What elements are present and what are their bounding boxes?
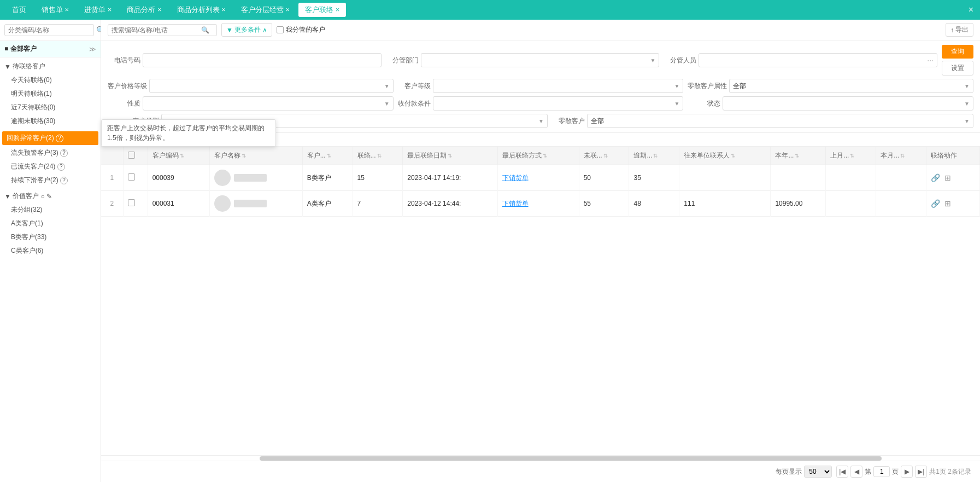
first-page-button[interactable]: |◀ — [836, 466, 848, 478]
page-number-input[interactable] — [873, 466, 890, 477]
value-edit-icon2[interactable]: ✎ — [46, 193, 52, 200]
gender-input[interactable]: ▼ — [143, 96, 394, 111]
prev-page-button[interactable]: ◀ — [850, 466, 862, 478]
row1-link-icon[interactable]: 🔗 — [931, 173, 940, 182]
per-page-select[interactable]: 50 100 200 — [804, 466, 832, 478]
sidebar-repurchase-item[interactable]: 回购异常客户(2) ? — [2, 131, 98, 145]
filter-search-input[interactable] — [112, 26, 199, 34]
td-contact-2: 7 — [353, 191, 403, 217]
export-button[interactable]: ↑ 导出 — [946, 23, 973, 37]
sidebar-collapse-icon[interactable]: ≫ — [89, 45, 96, 53]
row2-method-link[interactable]: 下销货单 — [502, 200, 529, 207]
dept-label: 分管部门 — [386, 56, 419, 65]
sidebar-pending-group: ▼ 待联络客户 今天待联络(0) 明天待联络(1) 近7天待联络(0) 逾期未联… — [0, 57, 101, 130]
row1-checkbox[interactable] — [128, 173, 135, 181]
th-name[interactable]: 客户名称⇅ — [209, 147, 302, 165]
td-checkbox-2[interactable] — [123, 191, 148, 217]
th-overdue[interactable]: 逾期...⇅ — [629, 147, 679, 165]
retail-attr-dropdown: ▼ — [964, 83, 970, 89]
row1-grid-icon[interactable]: ⊞ — [944, 173, 951, 182]
row2-link-icon[interactable]: 🔗 — [931, 199, 940, 208]
nav-customer-segment[interactable]: 客户分层经营 × — [234, 3, 296, 17]
pending-arrow: ▼ — [4, 63, 11, 71]
sidebar-item-overdue[interactable]: 逾期未联络(30) — [0, 114, 101, 128]
filter-actions: 查询 设置 — [942, 45, 973, 76]
td-last-method-2[interactable]: 下销货单 — [497, 191, 579, 217]
per-page-label: 每页显示 — [776, 467, 802, 477]
nav-purchase[interactable]: 进货单 × — [78, 3, 118, 17]
nav-home[interactable]: 首页 — [5, 3, 33, 17]
next-page-button[interactable]: ▶ — [901, 466, 913, 478]
th-contact[interactable]: 联络...⇅ — [353, 147, 403, 165]
td-checkbox-1[interactable] — [123, 165, 148, 191]
filter-price-level: 客户价格等级 ▼ — [108, 79, 394, 93]
status-input[interactable]: ▼ — [723, 96, 973, 111]
sidebar-item-tomorrow[interactable]: 明天待联络(1) — [0, 87, 101, 101]
td-code-1: 000039 — [148, 165, 209, 191]
retail-customer-input[interactable]: 全部▼ — [587, 114, 973, 128]
td-last-method-1[interactable]: 下销货单 — [497, 165, 579, 191]
th-this-year[interactable]: 本年...⇅ — [771, 147, 826, 165]
td-year-1 — [771, 165, 826, 191]
row1-method-link[interactable]: 下销货单 — [502, 174, 529, 182]
row2-checkbox[interactable] — [128, 199, 135, 206]
sidebar-search-input[interactable] — [4, 24, 94, 36]
price-level-input[interactable]: ▼ — [149, 79, 394, 93]
customer-level-input[interactable]: ▼ — [433, 79, 684, 93]
filter-customer-level: 客户等级 ▼ — [398, 79, 684, 93]
th-checkbox[interactable] — [123, 147, 148, 165]
repurchase-help-icon[interactable]: ? — [56, 135, 63, 142]
sidebar-item-today[interactable]: 今天待联络(0) — [0, 73, 101, 87]
sidebar-value-a[interactable]: A类客户(1) — [0, 217, 101, 230]
th-last-contact-method[interactable]: 最后联络方式⇅ — [497, 147, 579, 165]
sidebar-value-c[interactable]: C类客户(6) — [0, 244, 101, 258]
nav-analysis-list[interactable]: 商品分析列表 × — [171, 3, 232, 17]
sidebar-all-customers[interactable]: ■ 全部客户 ≫ — [0, 41, 101, 57]
window-close-button[interactable]: × — [969, 5, 973, 15]
filter-search-icon[interactable]: 🔍 — [201, 26, 209, 34]
last-page-button[interactable]: ▶| — [915, 466, 927, 478]
header-checkbox[interactable] — [128, 152, 135, 159]
sidebar-search-area: 🔍 — [0, 20, 101, 41]
value-edit-icon[interactable]: ○ — [41, 193, 45, 200]
th-this-month[interactable]: 本月...⇅ — [876, 147, 926, 165]
sidebar-value-ungroup[interactable]: 未分组(32) — [0, 203, 101, 217]
sidebar-lost-warning[interactable]: 流失预警客户(3) ? — [0, 146, 101, 160]
th-unpaid-label: 未联... — [584, 151, 602, 160]
sidebar-search-icon[interactable]: 🔍 — [96, 26, 101, 34]
th-last-contact-date[interactable]: 最后联络日期⇅ — [403, 147, 497, 165]
horizontal-scrollbar[interactable] — [101, 455, 980, 461]
my-customers-checkbox[interactable] — [277, 26, 284, 33]
main-layout: 🔍 ■ 全部客户 ≫ ▼ 待联络客户 今天待联络(0) 明天待联络(1) 近7天… — [0, 20, 980, 482]
page-navigation: |◀ ◀ 第 页 ▶ ▶| 共1页 2条记录 — [836, 466, 971, 478]
th-unit-contact[interactable]: 往来单位联系人⇅ — [679, 147, 771, 165]
filter-more-button[interactable]: ▼ 更多条件 ∧ — [221, 23, 272, 37]
dept-input[interactable]: ▼ — [421, 53, 660, 67]
th-type[interactable]: 客户...⇅ — [302, 147, 353, 165]
td-unit-1 — [679, 165, 771, 191]
top-navigation: 首页 销售单 × 进货单 × 商品分析 × 商品分析列表 × 客户分层经营 × … — [0, 0, 980, 20]
row2-grid-icon[interactable]: ⊞ — [944, 199, 951, 208]
sidebar-value-b[interactable]: B类客户(33) — [0, 230, 101, 244]
payment-input[interactable]: ▼ — [433, 96, 684, 111]
my-customers-filter[interactable]: 我分管的客户 — [277, 25, 325, 34]
sidebar-value-header[interactable]: ▼ 价值客户 ○ ✎ — [0, 189, 101, 203]
sidebar-already-lost[interactable]: 已流失客户(24) ? — [0, 160, 101, 173]
sidebar-declining[interactable]: 持续下滑客户(2) ? — [0, 173, 101, 187]
td-contact-1: 15 — [353, 165, 403, 191]
setting-button[interactable]: 设置 — [942, 61, 973, 76]
person-input[interactable]: ··· — [699, 53, 937, 67]
th-unpaid[interactable]: 未联...⇅ — [579, 147, 629, 165]
phone-input[interactable] — [143, 53, 382, 67]
sidebar-pending-header[interactable]: ▼ 待联络客户 — [0, 60, 101, 73]
sidebar-item-7days[interactable]: 近7天待联络(0) — [0, 101, 101, 114]
th-code[interactable]: 客户编码⇅ — [148, 147, 209, 165]
nav-sales[interactable]: 销售单 × — [35, 3, 75, 17]
retail-attr-input[interactable]: 全部▼ — [729, 79, 973, 93]
scrollbar-thumb[interactable] — [260, 456, 882, 461]
nav-analysis[interactable]: 商品分析 × — [120, 3, 168, 17]
th-last-month[interactable]: 上月...⇅ — [826, 147, 876, 165]
nav-customer-contact[interactable]: 客户联络 × — [298, 3, 346, 17]
td-code-2: 000031 — [148, 191, 209, 217]
query-button[interactable]: 查询 — [942, 45, 973, 59]
